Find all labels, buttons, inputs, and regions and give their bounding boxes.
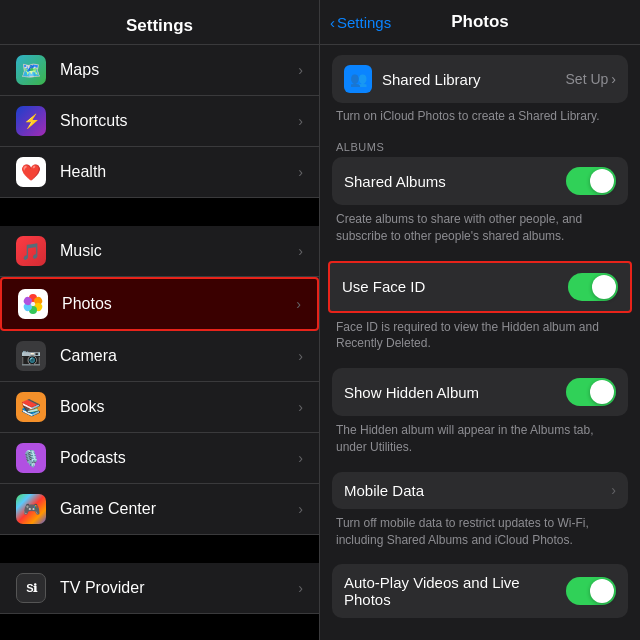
section-divider-1 bbox=[0, 198, 319, 226]
use-face-id-toggle[interactable] bbox=[568, 273, 618, 301]
maps-label: Maps bbox=[60, 61, 298, 79]
right-header: ‹ Settings Photos bbox=[320, 0, 640, 45]
spacer-2 bbox=[320, 356, 640, 368]
maps-icon: 🗺️ bbox=[16, 55, 46, 85]
camera-label: Camera bbox=[60, 347, 298, 365]
books-label: Books bbox=[60, 398, 298, 416]
settings-item-shortcuts[interactable]: ⚡ Shortcuts › bbox=[0, 96, 319, 147]
photos-icon bbox=[18, 289, 48, 319]
music-label: Music bbox=[60, 242, 298, 260]
shortcuts-chevron: › bbox=[298, 113, 303, 129]
spacer-3 bbox=[320, 460, 640, 472]
mobile-data-desc: Turn off mobile data to restrict updates… bbox=[320, 509, 640, 553]
settings-title: Settings bbox=[16, 16, 303, 36]
shared-library-label: Shared Library bbox=[382, 71, 566, 88]
show-hidden-album-row[interactable]: Show Hidden Album bbox=[332, 368, 628, 416]
show-hidden-album-desc: The Hidden album will appear in the Albu… bbox=[320, 416, 640, 460]
section-divider-2 bbox=[0, 535, 319, 563]
show-hidden-album-toggle[interactable] bbox=[566, 378, 616, 406]
use-face-id-label: Use Face ID bbox=[342, 278, 568, 295]
section-divider-3 bbox=[0, 614, 319, 640]
photos-page-title: Photos bbox=[451, 12, 509, 32]
health-chevron: › bbox=[298, 164, 303, 180]
mobile-data-label: Mobile Data bbox=[344, 482, 611, 499]
health-label: Health bbox=[60, 163, 298, 181]
shared-albums-label: Shared Albums bbox=[344, 173, 566, 190]
gamecenter-icon: 🎮 bbox=[16, 494, 46, 524]
shared-albums-desc: Create albums to share with other people… bbox=[320, 205, 640, 249]
spacer-5 bbox=[320, 618, 640, 630]
photos-chevron: › bbox=[296, 296, 301, 312]
camera-chevron: › bbox=[298, 348, 303, 364]
left-header: Settings bbox=[0, 0, 319, 45]
use-face-id-desc: Face ID is required to view the Hidden a… bbox=[320, 313, 640, 357]
right-panel: ‹ Settings Photos 👥 Shared Library Set U… bbox=[320, 0, 640, 640]
settings-item-health[interactable]: ❤️ Health › bbox=[0, 147, 319, 198]
settings-item-gamecenter[interactable]: 🎮 Game Center › bbox=[0, 484, 319, 535]
shared-albums-toggle[interactable] bbox=[566, 167, 616, 195]
autoplay-videos-toggle[interactable] bbox=[566, 577, 616, 605]
shared-library-icon: 👥 bbox=[344, 65, 372, 93]
setup-label: Set Up bbox=[566, 71, 609, 87]
use-face-id-row[interactable]: Use Face ID bbox=[328, 261, 632, 313]
spacer-1 bbox=[320, 249, 640, 261]
tvprovider-icon: Sℹ bbox=[16, 573, 46, 603]
books-chevron: › bbox=[298, 399, 303, 415]
settings-item-tvprovider[interactable]: Sℹ TV Provider › bbox=[0, 563, 319, 614]
left-panel: Settings 🗺️ Maps › ⚡ Shortcuts › ❤️ Heal… bbox=[0, 0, 320, 640]
gamecenter-label: Game Center bbox=[60, 500, 298, 518]
camera-icon: 📷 bbox=[16, 341, 46, 371]
music-icon: 🎵 bbox=[16, 236, 46, 266]
podcasts-label: Podcasts bbox=[60, 449, 298, 467]
health-icon: ❤️ bbox=[16, 157, 46, 187]
back-chevron-icon: ‹ bbox=[330, 14, 335, 31]
settings-item-music[interactable]: 🎵 Music › bbox=[0, 226, 319, 277]
autoplay-videos-row[interactable]: Auto-Play Videos and Live Photos bbox=[332, 564, 628, 618]
spacer-4 bbox=[320, 552, 640, 564]
icloud-photos-desc: Turn on iCloud Photos to create a Shared… bbox=[320, 103, 640, 133]
mobile-data-chevron-icon: › bbox=[611, 482, 616, 498]
settings-item-photos[interactable]: Photos › bbox=[0, 277, 319, 331]
tvprovider-label: TV Provider bbox=[60, 579, 298, 597]
books-icon: 📚 bbox=[16, 392, 46, 422]
shared-albums-row[interactable]: Shared Albums bbox=[332, 157, 628, 205]
autoplay-videos-label: Auto-Play Videos and Live Photos bbox=[344, 574, 566, 608]
photos-label: Photos bbox=[62, 295, 296, 313]
music-chevron: › bbox=[298, 243, 303, 259]
shortcuts-label: Shortcuts bbox=[60, 112, 298, 130]
setup-button[interactable]: Set Up › bbox=[566, 71, 616, 87]
settings-item-podcasts[interactable]: 🎙️ Podcasts › bbox=[0, 433, 319, 484]
mobile-data-row[interactable]: Mobile Data › bbox=[332, 472, 628, 509]
back-button[interactable]: ‹ Settings bbox=[330, 14, 391, 31]
podcasts-icon: 🎙️ bbox=[16, 443, 46, 473]
gamecenter-chevron: › bbox=[298, 501, 303, 517]
shortcuts-icon: ⚡ bbox=[16, 106, 46, 136]
settings-item-maps[interactable]: 🗺️ Maps › bbox=[0, 45, 319, 96]
settings-item-books[interactable]: 📚 Books › bbox=[0, 382, 319, 433]
show-hidden-album-label: Show Hidden Album bbox=[344, 384, 566, 401]
shared-library-row[interactable]: 👥 Shared Library Set Up › bbox=[332, 55, 628, 103]
albums-section-header: ALBUMS bbox=[320, 133, 640, 157]
setup-chevron-icon: › bbox=[611, 71, 616, 87]
hdr-section-header: HDR (HIGH DYNAMIC RANGE) bbox=[320, 630, 640, 640]
tvprovider-chevron: › bbox=[298, 580, 303, 596]
settings-list: 🗺️ Maps › ⚡ Shortcuts › ❤️ Health › 🎵 Mu… bbox=[0, 45, 319, 640]
settings-item-camera[interactable]: 📷 Camera › bbox=[0, 331, 319, 382]
maps-chevron: › bbox=[298, 62, 303, 78]
podcasts-chevron: › bbox=[298, 450, 303, 466]
back-label: Settings bbox=[337, 14, 391, 31]
